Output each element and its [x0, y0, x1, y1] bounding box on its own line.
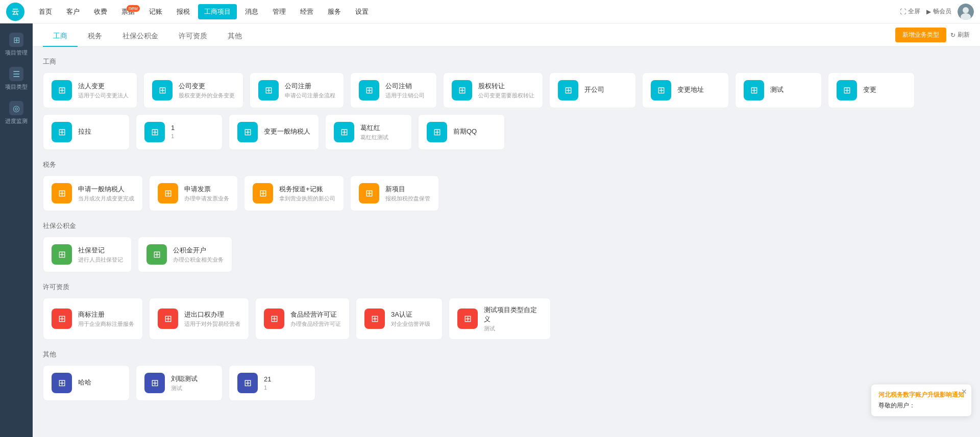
card-食品经营许可证[interactable]: ⊞ 食品经营许可证 办理食品经营许可证	[255, 298, 350, 340]
card-社保登记[interactable]: ⊞ 社保登记 进行人员社保登记	[43, 237, 132, 272]
fullscreen-button[interactable]: ⛶ 全屏	[900, 7, 920, 16]
card-desc: 测试	[484, 325, 542, 332]
card-股权转让[interactable]: ⊞ 股权转让 公司变更需要股权转让	[443, 72, 543, 108]
card-text: 公司注册 申请公司注册全流程	[285, 82, 335, 99]
card-申请一般纳税人[interactable]: ⊞ 申请一般纳税人 当月或次月成变更完成	[43, 175, 143, 211]
card-name: 拉拉	[78, 127, 91, 136]
sub-tab-社保公积金[interactable]: 社保公积金	[112, 27, 168, 47]
card-icon: ⊞	[744, 80, 764, 100]
cards-grid-工商: ⊞ 法人变更 适用于公司变更法人 ⊞ 公司变更 股权变更外的业务变更 ⊞ 公司注…	[43, 72, 970, 150]
card-公司注册[interactable]: ⊞ 公司注册 申请公司注册全流程	[250, 72, 344, 108]
card-text: 开公司	[584, 85, 604, 95]
card-法人变更[interactable]: ⊞ 法人变更 适用于公司变更法人	[43, 72, 137, 108]
card-name: 公司注销	[385, 82, 425, 91]
card-text: 新项目 报税加税控盘保管	[385, 185, 430, 202]
nav-item-设置[interactable]: 设置	[349, 4, 375, 19]
card-text: 葛红红 葛红红测试	[360, 123, 388, 141]
member-button[interactable]: ▶ 畅会员	[926, 7, 951, 16]
refresh-button[interactable]: ↻ 刷新	[950, 31, 970, 39]
sidebar-item-项目管理[interactable]: ⊞ 项目管理	[0, 28, 33, 62]
card-公司注销[interactable]: ⊞ 公司注销 适用于注销公司	[350, 72, 437, 108]
card-icon: ⊞	[52, 373, 72, 393]
cards-grid-社保公积金: ⊞ 社保登记 进行人员社保登记 ⊞ 公积金开户 办理公积金相关业务	[43, 237, 970, 272]
sidebar-item-进度监测[interactable]: ◎ 进度监测	[0, 96, 33, 130]
cards-grid-许可资质: ⊞ 商标注册 用于企业商标注册服务 ⊞ 进出口权办理 适用于对外贸易经营者 ⊞ …	[43, 298, 970, 340]
card-商标注册[interactable]: ⊞ 商标注册 用于企业商标注册服务	[43, 298, 143, 340]
nav-badge-票据: new	[127, 5, 140, 12]
card-测试[interactable]: ⊞ 测试	[735, 72, 822, 108]
card-哈哈[interactable]: ⊞ 哈哈	[43, 365, 130, 401]
card-icon: ⊞	[837, 80, 857, 100]
card-name: 申请一般纳税人	[78, 185, 134, 194]
card-变更[interactable]: ⊞ 变更	[828, 72, 915, 108]
card-desc: 股权变更外的业务变更	[179, 92, 235, 99]
card-变更地址[interactable]: ⊞ 变更地址	[642, 72, 729, 108]
nav-item-工商项目[interactable]: 工商项目	[198, 4, 237, 19]
nav-item-客户[interactable]: 客户	[60, 4, 86, 19]
member-icon: ▶	[926, 8, 931, 15]
card-公司变更[interactable]: ⊞ 公司变更 股权变更外的业务变更	[143, 72, 243, 108]
card-变更一般纳税人[interactable]: ⊞ 变更一般纳税人	[229, 114, 319, 150]
card-3A认证[interactable]: ⊞ 3A认证 对企业信誉评级	[356, 298, 443, 340]
new-type-button[interactable]: 新增业务类型	[895, 28, 946, 42]
card-icon: ⊞	[558, 80, 578, 100]
sidebar-item-项目类型[interactable]: ☰ 项目类型	[0, 62, 33, 96]
card-icon: ⊞	[158, 309, 178, 329]
nav-item-报税[interactable]: 报税	[170, 4, 196, 19]
card-desc: 适用于注销公司	[385, 92, 425, 99]
card-name: 21	[264, 375, 271, 383]
card-desc: 1	[171, 133, 175, 140]
card-刘聪测试[interactable]: ⊞ 刘聪测试 测试	[136, 365, 223, 401]
card-icon: ⊞	[146, 244, 167, 265]
card-name: 变更	[863, 85, 876, 94]
sidebar-label: 进度监测	[5, 117, 28, 125]
card-1[interactable]: ⊞ 1 1	[136, 114, 223, 150]
sub-tab-工商[interactable]: 工商	[43, 27, 78, 47]
card-name: 变更地址	[677, 85, 704, 94]
sidebar-icon: ◎	[9, 101, 23, 115]
sub-tab-许可资质[interactable]: 许可资质	[168, 27, 217, 47]
app-logo[interactable]: 云	[6, 3, 24, 21]
card-name: 开公司	[584, 85, 604, 94]
card-新项目[interactable]: ⊞ 新项目 报税加税控盘保管	[350, 175, 439, 211]
card-text: 社保登记 进行人员社保登记	[78, 246, 123, 263]
card-葛红红[interactable]: ⊞ 葛红红 葛红红测试	[325, 114, 412, 150]
notification-close[interactable]: ✕	[961, 388, 967, 396]
card-desc: 适用于公司变更法人	[78, 92, 129, 99]
card-21[interactable]: ⊞ 21 1	[229, 365, 315, 401]
card-text: 商标注册 用于企业商标注册服务	[78, 310, 134, 327]
sidebar: ⊞ 项目管理 ☰ 项目类型 ◎ 进度监测	[0, 23, 33, 437]
card-公积金开户[interactable]: ⊞ 公积金开户 办理公积金相关业务	[138, 237, 232, 272]
nav-item-经营[interactable]: 经营	[294, 4, 320, 19]
card-申请发票[interactable]: ⊞ 申请发票 办理申请发票业务	[149, 175, 238, 211]
user-avatar[interactable]	[958, 4, 974, 20]
card-税务报道+记账[interactable]: ⊞ 税务报道+记账 拿到营业执照的新公司	[244, 175, 344, 211]
card-text: 测试项目类型自定义 测试	[484, 305, 542, 332]
sub-tab-其他[interactable]: 其他	[217, 27, 252, 47]
top-navigation: 云 首页客户收费票据new记账报税工商项目消息管理经营服务设置 ⛶ 全屏 ▶ 畅…	[0, 0, 980, 23]
card-前期QQ[interactable]: ⊞ 前期QQ	[418, 114, 505, 150]
card-text: 哈哈	[78, 378, 91, 388]
notification-title: 河北税务数字账户升级影响通知	[878, 391, 964, 399]
sub-tabs-bar: 工商税务社保公积金许可资质其他 新增业务类型 ↻ 刷新	[33, 23, 980, 47]
nav-item-消息[interactable]: 消息	[239, 4, 264, 19]
nav-item-收费[interactable]: 收费	[88, 4, 113, 19]
nav-item-管理[interactable]: 管理	[266, 4, 292, 19]
card-text: 食品经营许可证 办理食品经营许可证	[290, 310, 341, 327]
card-icon: ⊞	[237, 373, 258, 393]
nav-item-首页[interactable]: 首页	[33, 4, 58, 19]
content-scroll: 工商 ⊞ 法人变更 适用于公司变更法人 ⊞ 公司变更 股权变更外的业务变更 ⊞ …	[33, 47, 980, 437]
card-测试项目类型自定义[interactable]: ⊞ 测试项目类型自定义 测试	[449, 298, 551, 340]
card-拉拉[interactable]: ⊞ 拉拉	[43, 114, 130, 150]
notification-content: 尊敬的用户：	[878, 401, 964, 410]
card-text: 申请发票 办理申请发票业务	[184, 185, 229, 202]
card-desc: 申请公司注册全流程	[285, 92, 335, 99]
fullscreen-icon: ⛶	[900, 8, 906, 15]
card-开公司[interactable]: ⊞ 开公司	[549, 72, 636, 108]
nav-item-记账[interactable]: 记账	[143, 4, 168, 19]
nav-item-服务[interactable]: 服务	[322, 4, 347, 19]
nav-item-票据[interactable]: 票据new	[115, 4, 141, 19]
sub-tab-税务[interactable]: 税务	[78, 27, 112, 47]
card-icon: ⊞	[452, 80, 472, 100]
card-进出口权办理[interactable]: ⊞ 进出口权办理 适用于对外贸易经营者	[149, 298, 249, 340]
